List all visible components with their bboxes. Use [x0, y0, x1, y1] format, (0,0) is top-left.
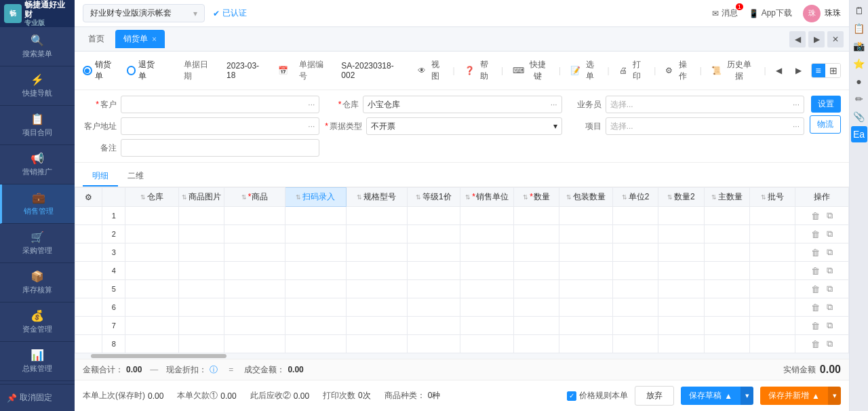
- price-check-checkbox[interactable]: [567, 391, 576, 401]
- table-cell[interactable]: [224, 280, 285, 298]
- tab-home[interactable]: 首页: [80, 29, 113, 49]
- view-btn[interactable]: 👁 视图: [414, 57, 448, 84]
- table-cell[interactable]: [178, 280, 224, 298]
- table-cell[interactable]: [704, 317, 749, 335]
- warehouse-input[interactable]: 小宝仓库 ···: [363, 96, 561, 113]
- radio-sale[interactable]: 销货单: [83, 59, 119, 82]
- table-cell[interactable]: [658, 262, 704, 280]
- table-cell[interactable]: [612, 280, 658, 298]
- sidebar-item-nav[interactable]: ⚡ 快捷导航: [0, 66, 75, 106]
- table-cell[interactable]: [178, 207, 224, 225]
- delete-row-btn[interactable]: 🗑: [809, 210, 822, 222]
- ops-btn[interactable]: ⚙ 操作: [661, 57, 694, 84]
- table-cell[interactable]: [749, 243, 795, 262]
- table-cell[interactable]: [559, 335, 613, 353]
- table-cell[interactable]: [224, 262, 285, 280]
- th-qty[interactable]: ⇅ 数量: [513, 188, 559, 207]
- delete-row-btn[interactable]: 🗑: [809, 229, 822, 240]
- tab-2d[interactable]: 二维: [118, 167, 153, 187]
- tab-detail[interactable]: 明细: [83, 167, 118, 187]
- sidebar-item-sales[interactable]: 💼 销售管理: [0, 184, 75, 224]
- table-cell[interactable]: [407, 280, 460, 298]
- table-cell[interactable]: [559, 207, 613, 225]
- add-logistics-button[interactable]: 物流: [810, 115, 841, 134]
- th-settings[interactable]: ⚙: [75, 188, 102, 207]
- table-scrollbar[interactable]: [75, 353, 849, 359]
- select-btn[interactable]: 📝 选单: [566, 57, 601, 84]
- table-cell[interactable]: [407, 262, 460, 280]
- th-img[interactable]: ⇅ 商品图片: [178, 188, 224, 207]
- table-cell[interactable]: [513, 280, 559, 298]
- tab-close-btn[interactable]: ✕: [827, 31, 844, 47]
- tab-active[interactable]: 销货单 ×: [115, 30, 165, 48]
- table-cell[interactable]: [704, 298, 749, 317]
- table-cell[interactable]: [224, 298, 285, 317]
- table-cell[interactable]: [749, 225, 795, 243]
- table-cell[interactable]: [612, 335, 658, 353]
- table-cell[interactable]: [460, 207, 514, 225]
- sidebar-item-inventory[interactable]: 📦 库存核算: [0, 263, 75, 302]
- table-cell[interactable]: [346, 280, 407, 298]
- rp-btn-3[interactable]: 📸: [851, 38, 867, 54]
- table-cell[interactable]: [125, 243, 179, 262]
- table-cell[interactable]: [704, 207, 749, 225]
- list-view-btn[interactable]: ≡: [812, 64, 825, 77]
- table-cell[interactable]: [704, 225, 749, 243]
- customer-input[interactable]: ···: [121, 96, 319, 113]
- table-cell[interactable]: [407, 207, 460, 225]
- table-cell[interactable]: [658, 298, 704, 317]
- th-purchase[interactable]: ⇅ 扫码录入: [285, 188, 346, 207]
- radio-return[interactable]: 退货单: [127, 59, 163, 82]
- table-cell[interactable]: [224, 243, 285, 262]
- table-cell[interactable]: [224, 317, 285, 335]
- history-btn[interactable]: 📜 历史单据: [707, 57, 758, 84]
- table-cell[interactable]: [285, 225, 346, 243]
- th-pack-qty[interactable]: ⇅ 包装数量: [559, 188, 613, 207]
- save-draft-arrow[interactable]: ▾: [741, 387, 753, 405]
- table-cell[interactable]: [224, 335, 285, 353]
- table-cell[interactable]: [407, 243, 460, 262]
- table-cell[interactable]: [224, 207, 285, 225]
- table-cell[interactable]: [749, 207, 795, 225]
- shortcut-btn[interactable]: ⌨ 快捷键: [509, 57, 553, 84]
- table-cell[interactable]: [178, 298, 224, 317]
- delete-row-btn[interactable]: 🗑: [809, 265, 822, 277]
- table-cell[interactable]: [125, 280, 179, 298]
- table-cell[interactable]: [704, 280, 749, 298]
- set-button[interactable]: 设置: [811, 96, 841, 113]
- company-selector[interactable]: 好业财专业版演示帐套 ▾: [83, 4, 205, 22]
- grid-view-btn[interactable]: ⊞: [825, 64, 841, 77]
- table-cell[interactable]: [346, 317, 407, 335]
- table-cell[interactable]: [407, 298, 460, 317]
- table-cell[interactable]: [559, 262, 613, 280]
- table-cell[interactable]: [513, 262, 559, 280]
- th-product[interactable]: ⇅ 商品: [224, 188, 285, 207]
- table-cell[interactable]: [460, 243, 514, 262]
- message-btn[interactable]: ✉ 1 消息: [712, 7, 738, 19]
- table-cell[interactable]: [460, 262, 514, 280]
- table-cell[interactable]: [704, 335, 749, 353]
- print-btn[interactable]: 🖨 打印: [615, 57, 649, 84]
- table-cell[interactable]: [460, 335, 514, 353]
- table-cell[interactable]: [407, 335, 460, 353]
- table-cell[interactable]: [612, 317, 658, 335]
- table-cell[interactable]: [346, 298, 407, 317]
- table-cell[interactable]: [658, 243, 704, 262]
- sidebar-item-finance[interactable]: 💰 资金管理: [0, 302, 75, 342]
- table-cell[interactable]: [749, 317, 795, 335]
- delete-row-btn[interactable]: 🗑: [809, 320, 822, 332]
- table-cell[interactable]: [749, 335, 795, 353]
- copy-row-btn[interactable]: ⧉: [825, 338, 835, 350]
- table-cell[interactable]: [559, 317, 613, 335]
- tab-next-btn[interactable]: ▶: [808, 31, 825, 47]
- table-cell[interactable]: [612, 243, 658, 262]
- table-cell[interactable]: [460, 317, 514, 335]
- copy-row-btn[interactable]: ⧉: [825, 301, 835, 313]
- table-cell[interactable]: [658, 207, 704, 225]
- copy-row-btn[interactable]: ⧉: [825, 228, 835, 240]
- tab-close-icon[interactable]: ×: [152, 35, 157, 44]
- copy-row-btn[interactable]: ⧉: [825, 319, 835, 332]
- rp-btn-4[interactable]: ⭐: [851, 56, 867, 72]
- th-spec[interactable]: ⇅ 规格型号: [346, 188, 407, 207]
- table-cell[interactable]: [460, 298, 514, 317]
